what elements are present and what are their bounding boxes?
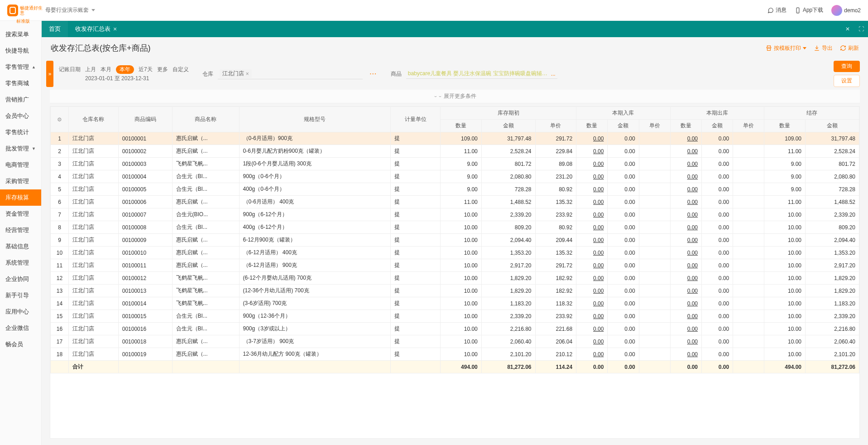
fullscreen-button[interactable]: ⛶ — [854, 22, 868, 36]
sidebar-item[interactable]: 零售统计 — [0, 124, 41, 140]
cell-warehouse: 江北门店 — [69, 323, 119, 335]
table-settings-button[interactable]: ⚙ — [51, 107, 69, 132]
refresh-button[interactable]: 刷新 — [840, 44, 859, 52]
sidebar-item[interactable]: 畅会员 — [0, 336, 41, 353]
sidebar-item[interactable]: 采购管理 — [0, 173, 41, 189]
user-menu[interactable]: demo2 — [831, 5, 861, 16]
app-download-link[interactable]: App下载 — [795, 6, 823, 14]
date-this-year[interactable]: 本年 — [116, 65, 134, 74]
sidebar-item[interactable]: 企业微信 — [0, 320, 41, 336]
table-row[interactable]: 1江北门店00100001惠氏启赋（...（0-6月适用）900克提109.00… — [51, 132, 859, 145]
sidebar-item[interactable]: 搜索菜单 — [0, 26, 41, 43]
sidebar-item[interactable]: 电商管理 — [0, 157, 41, 173]
sidebar-item[interactable]: 资金管理 — [0, 206, 41, 222]
date-custom[interactable]: 自定义 — [173, 66, 189, 73]
table-row[interactable]: 10江北门店00100010惠氏启赋（...（6-12月适用） 400克提10.… — [51, 247, 859, 259]
date-more[interactable]: 更多 — [157, 66, 168, 73]
expand-conditions-button[interactable]: ⌄⌄ 展开更多条件 — [50, 90, 860, 103]
table-row[interactable]: 16江北门店00100016合生元（BI...900g（3岁或以上）提10.00… — [51, 323, 859, 335]
sidebar-item[interactable]: 企业协同 — [0, 271, 41, 287]
cell-code: 00100010 — [118, 247, 172, 259]
account-selector[interactable]: 母婴行业演示账套 — [45, 6, 145, 14]
search-button[interactable]: 查询 — [834, 61, 860, 72]
table-row[interactable]: 12江北门店00100012飞鹤星飞帆...(6-12个月婴幼儿适用) 700克… — [51, 272, 859, 285]
date-range-display[interactable]: 2023-01-01 至 2023-12-31 — [85, 75, 149, 82]
sidebar-item[interactable]: 新手引导 — [0, 287, 41, 304]
report-table-container[interactable]: ⚙ 仓库名称 商品编码 商品名称 规格型号 计量单位 库存期初 本期入库 本期出… — [50, 106, 860, 439]
sidebar-item[interactable]: 会员中心 — [0, 108, 41, 124]
sidebar-item[interactable]: 应用中心 — [0, 304, 41, 320]
messages-link[interactable]: 消息 — [767, 6, 786, 14]
close-icon[interactable]: × — [113, 25, 117, 33]
total-xq: 0.00 — [670, 361, 701, 373]
cell-oq: 9.00 — [441, 170, 482, 183]
cell-ia: 0.00 — [608, 259, 639, 272]
date-this-month[interactable]: 本月 — [101, 66, 111, 73]
product-input[interactable]: babycare儿童餐具 婴儿注水保温碗 宝宝防摔碗吸盘碗辅食碗勺套装 雀湖绿 … — [406, 69, 557, 79]
sidebar-item-label: 系统管理 — [5, 259, 29, 267]
table-row[interactable]: 18江北门店00100019惠氏启赋（...12-36月幼儿配方 900克（罐装… — [51, 348, 859, 361]
table-row[interactable]: 6江北门店00100006惠氏启赋（...（0-6月适用） 400克提11.00… — [51, 196, 859, 208]
date-last-month[interactable]: 上月 — [85, 66, 96, 73]
warehouse-input[interactable]: 江北门店 × — [218, 68, 363, 79]
cell-unit: 提 — [391, 183, 441, 196]
table-row[interactable]: 4江北门店00100004合生元（BI...900g（0-6个月）提9.002,… — [51, 170, 859, 183]
sidebar-item[interactable]: 零售商城 — [0, 75, 41, 92]
table-row[interactable]: 13江北门店00100013飞鹤星飞帆...(12-36个月幼儿适用) 700克… — [51, 285, 859, 297]
sidebar-item[interactable]: 批发管理▼ — [0, 140, 41, 157]
cell-code: 00100016 — [118, 323, 172, 335]
cell-warehouse: 江北门店 — [69, 132, 119, 145]
settings-button[interactable]: 设置 — [834, 75, 860, 87]
sidebar-item[interactable]: 库存核算 — [0, 189, 41, 206]
chevron-down-icon — [91, 9, 95, 11]
close-all-tabs-button[interactable]: ✕ — [841, 22, 854, 36]
tab-home[interactable]: 首页 — [42, 21, 68, 37]
table-row[interactable]: 8江北门店00100008合生元（BI...400g（6-12个月）提10.00… — [51, 221, 859, 234]
cell-xa: 0.00 — [702, 208, 733, 221]
table-row[interactable]: 11江北门店00100011惠氏启赋（...（6-12月适用） 900克提10.… — [51, 259, 859, 272]
cell-oa: 728.28 — [481, 183, 535, 196]
cell-warehouse: 江北门店 — [69, 348, 119, 361]
export-button[interactable]: 导出 — [814, 44, 833, 52]
collapse-filter-button[interactable]: » — [46, 61, 53, 87]
table-row[interactable]: 14江北门店00100014飞鹤星飞帆...(3-6岁适用) 700克提10.0… — [51, 297, 859, 310]
cell-oa: 2,339.20 — [481, 208, 535, 221]
table-row[interactable]: 3江北门店00100003飞鹤星飞帆...1段(0-6个月婴儿适用) 300克提… — [51, 158, 859, 170]
row-index: 12 — [51, 272, 69, 285]
cell-warehouse: 江北门店 — [69, 272, 119, 285]
cell-warehouse: 江北门店 — [69, 335, 119, 348]
cell-op: 210.12 — [535, 348, 576, 361]
cell-ip — [639, 323, 670, 335]
tab-report[interactable]: 收发存汇总表 × — [68, 21, 124, 37]
filter-actions: 查询 设置 — [834, 61, 860, 87]
cell-xa: 0.00 — [702, 272, 733, 285]
sidebar-item[interactable]: 快捷导航 — [0, 43, 41, 59]
cell-unit: 提 — [391, 348, 441, 361]
cell-op: 89.08 — [535, 158, 576, 170]
cell-iq: 0.00 — [576, 310, 608, 323]
table-row[interactable]: 7江北门店00100007合生元(BIO...900g（6-12个月）提10.0… — [51, 208, 859, 221]
table-row[interactable]: 17江北门店00100018惠氏启赋（...（3-7岁适用） 900克提10.0… — [51, 335, 859, 348]
cell-xa: 0.00 — [702, 234, 733, 247]
cell-unit: 提 — [391, 208, 441, 221]
table-row[interactable]: 2江北门店00100002惠氏启赋（...0-6月婴儿配方奶粉900克（罐装）提… — [51, 145, 859, 158]
sidebar-item[interactable]: 经营管理 — [0, 222, 41, 238]
table-row[interactable]: 5江北门店00100005合生元（BI...400g（0-6个月）提9.0072… — [51, 183, 859, 196]
sidebar-item[interactable]: 营销推广 — [0, 92, 41, 108]
top-header: 畅捷通好生意 标准版 母婴行业演示账套 消息 App下载 demo2 — [0, 0, 868, 21]
sidebar-item-label: 畅会员 — [5, 340, 23, 348]
sidebar-item[interactable]: 零售管理▲ — [0, 59, 41, 75]
sidebar-item[interactable]: 系统管理 — [0, 255, 41, 271]
table-row[interactable]: 15江北门店00100015合生元（BI...900g（12-36个月）提10.… — [51, 310, 859, 323]
table-row[interactable]: 9江北门店00100009惠氏启赋（...6-12月900克（罐装）提10.00… — [51, 234, 859, 247]
date-last7[interactable]: 近7天 — [139, 66, 153, 73]
cell-iq: 0.00 — [576, 132, 608, 145]
sidebar-item[interactable]: 基础信息 — [0, 238, 41, 255]
print-button[interactable]: 按模板打印 — [766, 44, 806, 52]
cell-name: 惠氏启赋（... — [172, 132, 239, 145]
warehouse-picker-button[interactable]: ··· — [370, 71, 377, 77]
remove-tag-icon[interactable]: × — [246, 71, 249, 77]
product-more-icon[interactable]: ... — [551, 71, 556, 77]
cell-ia: 0.00 — [608, 335, 639, 348]
row-index: 11 — [51, 259, 69, 272]
